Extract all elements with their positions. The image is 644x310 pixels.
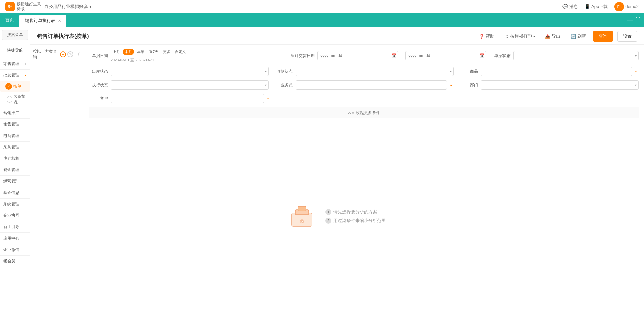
logo-line2: 标版 <box>17 7 41 11</box>
department-select[interactable] <box>481 80 639 90</box>
sidebar-item-sales-mgmt[interactable]: 销售管理 <box>0 119 30 130</box>
export-button[interactable]: 📤 导出 <box>542 32 564 41</box>
sidebar-item-business[interactable]: 经营管理 <box>0 176 30 187</box>
single-date-field: 单据日期 上月 本月 本年 近7天 更多 自定义 20 <box>89 49 285 63</box>
inventory-label: 库存核算 <box>3 156 19 161</box>
wholesale-mgmt-label: 批发管理 <box>3 72 19 78</box>
sidebar-item-new-user[interactable]: 新手引导 <box>0 221 30 232</box>
tab-close-icon[interactable]: ✕ <box>58 19 61 23</box>
sidebar-sub-by-order[interactable]: ✓ 按单 <box>0 81 30 92</box>
outbound-status-label: 出库状态 <box>89 69 108 74</box>
customer-input[interactable] <box>111 94 264 103</box>
delivery-date-range: 📅 — 📅 <box>317 51 486 60</box>
breadcrumb: 办公用品行业模拟账套 ▾ <box>44 4 92 10</box>
filter-row-1: 单据日期 上月 本月 本年 近7天 更多 自定义 20 <box>89 49 639 63</box>
outbound-status-select[interactable] <box>111 67 269 76</box>
user-area[interactable]: Ea demo2 <box>614 2 639 11</box>
collapse-bar[interactable]: ∧∧ 收起更多条件 <box>89 107 639 118</box>
customer-dots-icon[interactable]: ··· <box>267 96 271 101</box>
sidebar-item-basic-info[interactable]: 基础信息 <box>0 187 30 198</box>
salesperson-input[interactable] <box>296 80 447 90</box>
tab-home[interactable]: 首页 <box>0 13 19 27</box>
tab-sales-order-exec[interactable]: 销售订单执行表 ✕ <box>19 15 66 27</box>
sidebar-item-vip[interactable]: 畅会员 <box>0 256 30 267</box>
single-status-select[interactable] <box>513 51 639 60</box>
chevron-up-icon: ▴ <box>25 73 26 77</box>
expected-delivery-label: 预计交货日期 <box>290 53 315 59</box>
tab-minimize-icon[interactable]: — <box>627 17 633 23</box>
sidebar-item-system[interactable]: 系统管理 <box>0 199 30 210</box>
add-scheme-icon[interactable]: + <box>60 51 66 57</box>
empty-state: 1 请先选择要分析的方案 2 用过滤条件来缩小分析范围 <box>30 122 644 310</box>
sidebar-item-marketing[interactable]: 营销推广 <box>0 107 30 118</box>
help-label: 帮助 <box>486 33 494 39</box>
date-tab-last-month[interactable]: 上月 <box>111 49 122 55</box>
empty-state-illustration <box>288 203 315 230</box>
collapse-sidebar-icon[interactable]: 《 <box>75 51 81 57</box>
goods-label: 商品 <box>459 69 478 74</box>
sidebar-item-wholesale-mgmt[interactable]: 批发管理 ▴ <box>0 70 30 81</box>
date-tab-this-month[interactable]: 本月 <box>123 49 134 55</box>
finance-label: 资金管理 <box>3 167 19 173</box>
sidebar-item-app-center[interactable]: 应用中心 <box>0 233 30 244</box>
empty-state-text: 1 请先选择要分析的方案 2 用过滤条件来缩小分析范围 <box>325 209 386 224</box>
delivery-end-input[interactable] <box>405 51 486 60</box>
outbound-status-select-wrapper: ▾ <box>111 67 269 76</box>
settings-button[interactable]: 设置 <box>617 31 637 42</box>
edit-scheme-icon[interactable]: ✎ <box>67 51 73 57</box>
execution-status-label: 执行状态 <box>89 82 108 88</box>
query-button[interactable]: 查询 <box>593 31 613 42</box>
help-button[interactable]: ❓ 帮助 <box>476 32 497 41</box>
refresh-label: 刷新 <box>577 33 586 39</box>
sidebar: 搜索菜单 快捷导航 零售管理 ▾ 批发管理 ▴ ✓ 按单 ○ 欠货情况 <box>0 27 30 310</box>
salesperson-dots-icon[interactable]: ··· <box>450 82 454 88</box>
empty-hint-1: 1 请先选择要分析的方案 <box>325 209 386 215</box>
date-tab-this-year[interactable]: 本年 <box>135 49 146 55</box>
sidebar-item-enterprise[interactable]: 企业协同 <box>0 210 30 221</box>
sidebar-item-enterprise-wechat[interactable]: 企业微信 <box>0 244 30 255</box>
sidebar-sub-owed-goods[interactable]: ○ 欠货情况 <box>0 92 30 107</box>
app-download-icon: 📱 <box>585 4 590 9</box>
sidebar-section-business: 经营管理 <box>0 176 30 187</box>
content-area: 销售订单执行表(按单) ❓ 帮助 🖨 按模板打印 ▾ 📤 导出 🔄 刷新 <box>30 27 644 310</box>
single-status-select-wrapper: ▾ <box>513 51 639 60</box>
sidebar-item-retail-mgmt[interactable]: 零售管理 ▾ <box>0 58 30 69</box>
goods-dots-icon[interactable]: ··· <box>635 69 639 74</box>
goods-input[interactable] <box>481 67 632 76</box>
date-tab-more[interactable]: 更多 <box>161 49 172 55</box>
message-button[interactable]: 💬 消息 <box>562 4 578 10</box>
breadcrumb-text: 办公用品行业模拟账套 <box>44 4 88 10</box>
by-order-icon: ✓ <box>5 83 12 90</box>
collection-status-select[interactable] <box>296 67 453 76</box>
logo-line1: 畅捷通好生意 <box>17 2 41 6</box>
department-select-wrapper: ▾ <box>481 80 639 90</box>
message-icon: 💬 <box>562 4 568 9</box>
refresh-button[interactable]: 🔄 刷新 <box>568 32 589 41</box>
template-print-button[interactable]: 🖨 按模板打印 ▾ <box>501 32 538 41</box>
delivery-start-input[interactable] <box>317 51 398 60</box>
page-title: 销售订单执行表(按单) <box>37 33 89 40</box>
sidebar-item-purchase[interactable]: 采购管理 <box>0 142 30 153</box>
single-status-field: 单据状态 ▾ <box>492 51 639 60</box>
sidebar-item-ecommerce[interactable]: 电商管理 <box>0 130 30 141</box>
tab-expand-icon[interactable]: ⛶ <box>635 17 641 23</box>
help-icon: ❓ <box>479 34 484 39</box>
app-download-button[interactable]: 📱 App下载 <box>585 4 608 10</box>
refresh-icon: 🔄 <box>571 34 576 39</box>
sidebar-item-inventory[interactable]: 库存核算 <box>0 153 30 164</box>
username-label: demo2 <box>625 4 639 9</box>
user-avatar: Ea <box>614 2 624 11</box>
sidebar-item-finance[interactable]: 资金管理 <box>0 164 30 175</box>
settings-label: 设置 <box>623 34 632 39</box>
sidebar-item-quick-nav[interactable]: 快捷导航 <box>0 45 30 56</box>
hint-1-text: 请先选择要分析的方案 <box>333 209 377 215</box>
salesperson-field: 业务员 ··· <box>274 80 453 90</box>
page-actions: ❓ 帮助 🖨 按模板打印 ▾ 📤 导出 🔄 刷新 查询 <box>476 31 637 42</box>
sidebar-search[interactable]: 搜索菜单 <box>0 27 30 43</box>
sidebar-section-marketing: 营销推广 <box>0 107 30 119</box>
search-menu-button[interactable]: 搜索菜单 <box>2 30 28 40</box>
execution-status-select[interactable] <box>111 80 269 90</box>
date-tab-7days[interactable]: 近7天 <box>147 49 160 55</box>
date-tab-custom[interactable]: 自定义 <box>173 49 188 55</box>
delivery-end-wrapper: 📅 <box>405 51 486 60</box>
